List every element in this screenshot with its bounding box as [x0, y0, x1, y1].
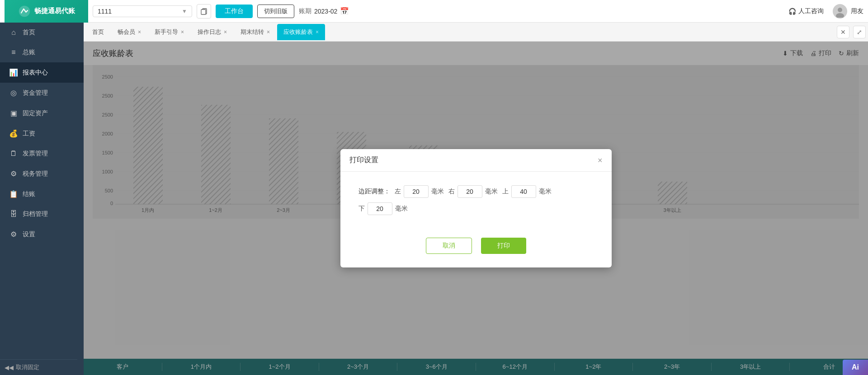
modal-body: 边距调整： 左 毫米 右 毫米: [340, 172, 612, 229]
margin-bottom-input[interactable]: [368, 202, 392, 215]
sidebar-label-invoice: 发票管理: [23, 150, 48, 158]
company-selector[interactable]: 1111 ▼: [93, 5, 192, 17]
sidebar-item-funds[interactable]: ◎资金管理: [0, 83, 84, 103]
tab-label-home: 首页: [92, 28, 104, 36]
margin-label: 边距调整：: [359, 188, 390, 196]
user-area[interactable]: 用友: [833, 4, 863, 19]
margin-bottom-label: 下: [359, 205, 365, 213]
tab-close-oplog[interactable]: ×: [224, 29, 227, 35]
period-label: 账期: [299, 7, 311, 15]
sidebar-icon-tax: ⚙: [9, 169, 18, 178]
sidebar-item-home[interactable]: ⌂首页: [0, 23, 84, 42]
tab-ar_aging[interactable]: 应收账龄表×: [277, 24, 325, 40]
cancel-button[interactable]: 取消: [426, 238, 472, 254]
sidebar-icon-funds: ◎: [9, 89, 18, 97]
margin-bottom-group: 下 毫米: [359, 202, 408, 215]
logo-text: 畅捷通易代账: [34, 7, 75, 15]
ai-badge[interactable]: Ai: [843, 360, 868, 375]
sidebar-label-ledger: 总账: [23, 48, 35, 56]
cancel-fixed-label: 取消固定: [16, 363, 39, 371]
tab-home[interactable]: 首页: [86, 24, 110, 40]
sidebar: ⌂首页≡总账📊报表中心◎资金管理▣固定资产💰工资🗒发票管理⚙税务管理📋结账🗄归档…: [0, 23, 84, 375]
tab-close-guide[interactable]: ×: [181, 29, 184, 35]
sidebar-icon-settle: 📋: [9, 190, 18, 198]
tabs-bar: 首页畅会员×新手引导×操作日志×期末结转×应收账龄表× ✕ ⤢: [84, 23, 868, 42]
page-content: 应收账龄表 ⬇ 下载 🖨 打印 ↻ 刷新: [84, 42, 868, 375]
avatar: [833, 4, 847, 19]
sidebar-label-settings: 设置: [23, 230, 35, 239]
svg-point-3: [838, 8, 842, 12]
margin-left-label: 左: [395, 188, 401, 196]
sidebar-icon-invoice: 🗒: [9, 150, 18, 158]
top-header: 畅捷通易代账 1111 ▼ 工作台 切到旧版 账期 2023-02 📅 🎧 人工…: [0, 0, 868, 23]
margin-left-group: 左 毫米: [395, 185, 444, 198]
sidebar-item-salary[interactable]: 💰工资: [0, 123, 84, 144]
main-layout: ⌂首页≡总账📊报表中心◎资金管理▣固定资产💰工资🗒发票管理⚙税务管理📋结账🗄归档…: [0, 23, 868, 375]
sidebar-icon-home: ⌂: [9, 28, 18, 37]
tab-close-period_end[interactable]: ×: [267, 29, 270, 35]
margin-top-group: 上 毫米: [502, 185, 552, 198]
margin-right-label: 右: [448, 188, 455, 196]
tab-label-guide: 新手引导: [155, 28, 178, 36]
sidebar-icon-archive: 🗄: [9, 210, 18, 218]
svg-point-0: [19, 5, 30, 17]
tab-member[interactable]: 畅会员×: [111, 24, 147, 40]
modal-title: 打印设置: [349, 155, 378, 165]
sidebar-label-reports: 报表中心: [23, 69, 48, 77]
margin-top-unit: 毫米: [539, 188, 552, 196]
modal-header: 打印设置 ×: [340, 149, 612, 172]
tab-close-ar_aging[interactable]: ×: [316, 29, 319, 35]
margin-left-input[interactable]: [404, 185, 429, 198]
sidebar-label-salary: 工资: [23, 130, 35, 138]
sidebar-label-assets: 固定资产: [23, 109, 48, 117]
tabs-right: ✕ ⤢: [837, 26, 866, 38]
tab-guide[interactable]: 新手引导×: [148, 24, 190, 40]
sidebar-label-settle: 结账: [23, 190, 35, 198]
margin-right-input[interactable]: [458, 185, 482, 198]
content-area: 首页畅会员×新手引导×操作日志×期末结转×应收账龄表× ✕ ⤢ 应收账龄表 ⬇ …: [84, 23, 868, 375]
margin-bottom-unit: 毫米: [395, 205, 408, 213]
copy-button[interactable]: [197, 4, 211, 19]
close-tab-button[interactable]: ✕: [837, 26, 849, 38]
tab-period_end[interactable]: 期末结转×: [234, 24, 276, 40]
sidebar-icon-salary: 💰: [9, 129, 18, 138]
calendar-icon[interactable]: 📅: [340, 7, 349, 15]
workbench-button[interactable]: 工作台: [216, 5, 253, 18]
logo-icon: [18, 5, 31, 18]
headphone-icon: 🎧: [788, 8, 796, 15]
modal-footer: 取消 打印: [340, 229, 612, 267]
tab-label-period_end: 期末结转: [241, 28, 264, 36]
tab-oplog[interactable]: 操作日志×: [191, 24, 233, 40]
pin-icon: ◀◀: [5, 364, 14, 371]
company-name: 1111: [98, 8, 178, 15]
switch-version-button[interactable]: 切到旧版: [257, 5, 294, 18]
sidebar-item-archive[interactable]: 🗄归档管理: [0, 204, 84, 224]
cancel-fixed-button[interactable]: ◀◀ 取消固定: [0, 359, 77, 375]
maximize-tab-button[interactable]: ⤢: [853, 26, 866, 38]
sidebar-icon-ledger: ≡: [9, 48, 18, 56]
modal-overlay: 打印设置 × 边距调整： 左 毫米 右: [84, 42, 868, 375]
print-confirm-button[interactable]: 打印: [481, 238, 526, 254]
sidebar-item-reports[interactable]: 📊报表中心: [0, 62, 84, 83]
sidebar-item-settings[interactable]: ⚙设置: [0, 224, 84, 244]
margin-top-label: 上: [502, 188, 509, 196]
sidebar-item-assets[interactable]: ▣固定资产: [0, 103, 84, 123]
sidebar-label-home: 首页: [23, 28, 35, 37]
sidebar-item-ledger[interactable]: ≡总账: [0, 42, 84, 62]
sidebar-item-tax[interactable]: ⚙税务管理: [0, 164, 84, 184]
period-area: 账期 2023-02 📅: [299, 7, 349, 15]
modal-close-button[interactable]: ×: [598, 156, 603, 164]
margin-top-input[interactable]: [511, 185, 536, 198]
tab-close-member[interactable]: ×: [138, 29, 141, 35]
tab-label-oplog: 操作日志: [198, 28, 221, 36]
period-value: 2023-02: [314, 8, 337, 15]
margin-right-group: 右 毫米: [448, 185, 498, 198]
logo-area: 畅捷通易代账: [5, 0, 88, 23]
consult-button[interactable]: 🎧 人工咨询: [788, 7, 824, 15]
sidebar-item-settle[interactable]: 📋结账: [0, 184, 84, 204]
user-name: 用友: [851, 7, 863, 15]
sidebar-item-invoice[interactable]: 🗒发票管理: [0, 144, 84, 164]
sidebar-label-archive: 归档管理: [23, 210, 48, 218]
sidebar-items: ⌂首页≡总账📊报表中心◎资金管理▣固定资产💰工资🗒发票管理⚙税务管理📋结账🗄归档…: [0, 23, 84, 244]
margin-row: 边距调整： 左 毫米 右 毫米: [359, 185, 594, 215]
